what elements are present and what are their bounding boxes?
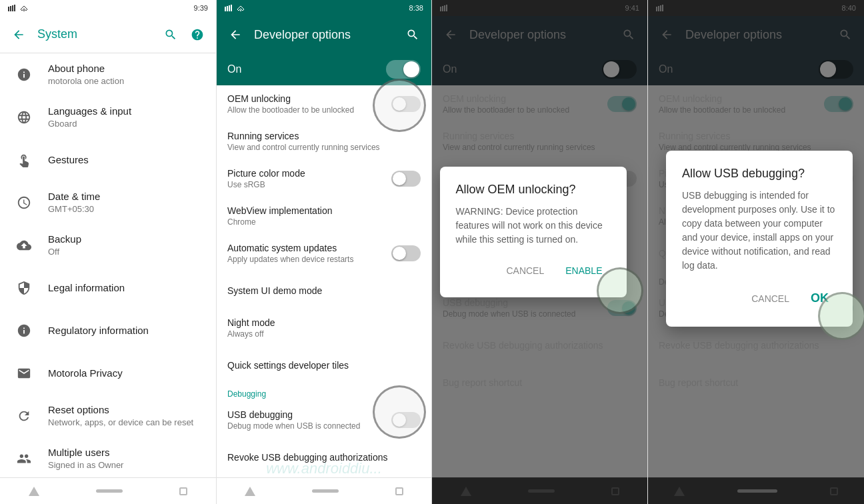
menu-item-reset[interactable]: Reset options Network, apps, or device c… (0, 395, 216, 437)
datetime-text: Date & time GMT+05:30 (48, 190, 205, 215)
privacy-title: Motorola Privacy (48, 367, 205, 380)
nav-back-panel2[interactable] (245, 487, 255, 496)
datetime-title: Date & time (48, 190, 205, 203)
back-button-panel1[interactable] (11, 27, 27, 43)
dev-item-uidemo[interactable]: System UI demo mode (217, 272, 431, 309)
app-bar-panel1: System (0, 16, 216, 53)
help-button-panel1[interactable] (189, 27, 205, 43)
oem-dialog-confirm[interactable]: Enable (557, 260, 610, 281)
menu-item-datetime[interactable]: Date & time GMT+05:30 (0, 181, 216, 224)
oem-dialog-actions: Cancel Enable (456, 260, 611, 281)
dev-item-revoke[interactable]: Revoke USB debugging authorizations (217, 439, 431, 476)
dev-item-usbdebug[interactable]: USB debugging Debug mode when USB is con… (217, 401, 431, 439)
users-subtitle: Signed in as Owner (48, 460, 205, 471)
reset-text: Reset options Network, apps, or device c… (48, 403, 205, 429)
privacy-text: Motorola Privacy (48, 367, 205, 380)
dev-item-quicktiles[interactable]: Quick settings developer tiles (217, 347, 431, 384)
menu-item-about[interactable]: About phone motorola one action (0, 53, 216, 96)
svg-rect-2 (12, 5, 13, 11)
status-bar-panel1: 9:39 (0, 0, 216, 16)
legal-title: Legal information (48, 281, 205, 295)
nav-recents-panel1[interactable] (179, 487, 187, 495)
svg-rect-1 (10, 6, 11, 11)
backup-subtitle: Off (48, 247, 205, 258)
menu-item-languages[interactable]: Languages & input Gboard (0, 96, 216, 139)
app-bar-panel2: Developer options (217, 16, 431, 53)
dev-item-autoupdate[interactable]: Automatic system updates Apply updates w… (217, 235, 431, 272)
status-time-panel1: 9:39 (194, 4, 208, 12)
menu-item-users[interactable]: Multiple users Signed in as Owner (0, 437, 216, 477)
usb-dialog-cancel[interactable]: Cancel (743, 286, 797, 311)
usb-dialog-confirm[interactable]: OK (803, 286, 837, 311)
debugging-section-label-panel2: Debugging (217, 384, 431, 401)
menu-item-backup[interactable]: Backup Off (0, 224, 216, 267)
usbdebug-toggle-panel2[interactable] (391, 412, 421, 428)
users-icon (11, 445, 37, 472)
menu-item-privacy[interactable]: Motorola Privacy (0, 352, 216, 395)
autoupdate-toggle-panel2[interactable] (391, 245, 421, 261)
about-text: About phone motorola one action (48, 62, 205, 87)
backup-icon (11, 232, 37, 259)
usb-dialog-overlay: Allow USB debugging? USB debugging is in… (648, 0, 864, 504)
datetime-icon (11, 189, 37, 216)
nav-home-panel2[interactable] (312, 489, 339, 493)
users-title: Multiple users (48, 446, 205, 459)
dev-toggle-switch-panel2[interactable] (386, 60, 421, 79)
time-panel2: 8:38 (409, 4, 423, 12)
nav-home-panel1[interactable] (96, 489, 123, 493)
backup-title: Backup (48, 233, 205, 246)
usb-dialog-body: USB debugging is intended for developmen… (682, 189, 837, 273)
dev-item-oem[interactable]: OEM unlocking Allow the bootloader to be… (217, 85, 431, 123)
developer-options-panel: 8:38 Developer options On OEM unlocking … (217, 0, 432, 504)
privacy-icon (11, 360, 37, 387)
oem-dialog: Allow OEM unlocking? WARNING: Device pro… (440, 167, 627, 297)
dev-item-nightmode[interactable]: Night mode Always off (217, 309, 431, 347)
backup-text: Backup Off (48, 233, 205, 258)
svg-rect-8 (231, 5, 232, 11)
dev-item-color[interactable]: Picture color mode Use sRGB (217, 160, 431, 197)
status-bar-panel2: 8:38 (217, 0, 431, 16)
color-toggle-panel2[interactable] (391, 171, 421, 187)
menu-item-gestures[interactable]: Gestures (0, 139, 216, 181)
usb-dialog: Allow USB debugging? USB debugging is in… (666, 151, 853, 327)
regulatory-text: Regulatory information (48, 324, 205, 337)
menu-item-regulatory[interactable]: Regulatory information (0, 309, 216, 352)
dev-options-list-panel2: OEM unlocking Allow the bootloader to be… (217, 85, 431, 477)
search-button-panel2[interactable] (405, 27, 421, 43)
svg-point-9 (240, 10, 241, 11)
oem-toggle-panel2[interactable] (391, 96, 421, 112)
app-bar-title-panel1: System (37, 27, 152, 41)
regulatory-icon (11, 317, 37, 344)
gestures-text: Gestures (48, 153, 205, 167)
menu-item-legal[interactable]: Legal information (0, 267, 216, 309)
oem-dialog-overlay: Allow OEM unlocking? WARNING: Device pro… (432, 0, 647, 504)
languages-subtitle: Gboard (48, 119, 205, 130)
about-icon (11, 61, 37, 88)
usb-dialog-actions: Cancel OK (682, 286, 837, 311)
search-button-panel1[interactable] (163, 27, 179, 43)
dev-item-running[interactable]: Running services View and control curren… (217, 123, 431, 160)
dev-toggle-row-panel2: On (217, 53, 431, 85)
dev-item-webview[interactable]: WebView implementation Chrome (217, 197, 431, 235)
developer-options-dialog-oem-panel: 9:41 Developer options On OEM unlocking … (432, 0, 648, 504)
oem-dialog-cancel[interactable]: Cancel (498, 260, 552, 281)
nav-back-panel1[interactable] (29, 487, 39, 496)
svg-rect-6 (227, 6, 228, 11)
datetime-subtitle: GMT+05:30 (48, 204, 205, 215)
reset-subtitle: Network, apps, or device can be reset (48, 417, 205, 429)
usb-dialog-title: Allow USB debugging? (682, 167, 837, 181)
system-settings-panel: 9:39 System About phone motorola one act… (0, 0, 217, 504)
legal-icon (11, 275, 37, 301)
about-title: About phone (48, 62, 205, 75)
back-button-panel2[interactable] (227, 27, 243, 43)
gestures-title: Gestures (48, 153, 205, 167)
dev-toggle-label-panel2: On (227, 63, 241, 75)
oem-dialog-body: WARNING: Device protection features will… (456, 205, 611, 247)
status-icons-left (8, 5, 28, 11)
regulatory-title: Regulatory information (48, 324, 205, 337)
nav-bar-panel1 (0, 477, 216, 504)
developer-options-dialog-usb-panel: 8:40 Developer options On OEM unlocking … (648, 0, 864, 504)
nav-recents-panel2[interactable] (395, 487, 403, 495)
svg-rect-5 (225, 7, 226, 11)
languages-title: Languages & input (48, 105, 205, 118)
